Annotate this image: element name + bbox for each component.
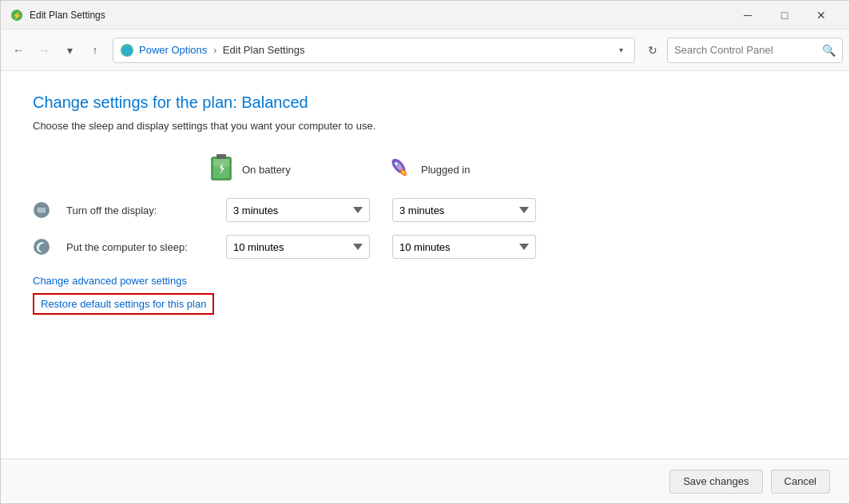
close-button[interactable]: ✕ xyxy=(803,1,840,30)
breadcrumb-power-options[interactable]: Power Options xyxy=(139,44,207,56)
svg-rect-14 xyxy=(37,207,46,213)
minimize-button[interactable]: ─ xyxy=(729,1,766,30)
toolbar: ← → ▾ ↑ 🌐 Power Options › Edit Plan Sett… xyxy=(1,30,849,71)
breadcrumb-separator: › xyxy=(213,44,216,56)
svg-rect-15 xyxy=(39,213,44,215)
back-button[interactable]: ← xyxy=(7,39,30,62)
display-setting-row: Turn off the display: 1 minute 2 minutes… xyxy=(33,198,817,222)
restore-defaults-link-wrapper: Restore default settings for this plan xyxy=(33,293,214,315)
display-selects: 1 minute 2 minutes 3 minutes 5 minutes 1… xyxy=(226,198,536,222)
window-controls: ─ □ ✕ xyxy=(729,1,840,30)
settings-header: On battery Plugged in xyxy=(209,151,817,189)
save-changes-button[interactable]: Save changes xyxy=(669,470,762,494)
display-label: Turn off the display: xyxy=(66,204,210,216)
display-battery-select[interactable]: 1 minute 2 minutes 3 minutes 5 minutes 1… xyxy=(226,198,370,222)
search-bar: 🔍 xyxy=(667,38,843,63)
page-title: Change settings for the plan: Balanced xyxy=(33,93,817,112)
sleep-plugged-select[interactable]: 1 minute 2 minutes 3 minutes 5 minutes 1… xyxy=(392,235,536,259)
sleep-setting-row: Put the computer to sleep: 1 minute 2 mi… xyxy=(33,235,817,259)
search-input[interactable] xyxy=(674,44,822,56)
svg-text:⚡: ⚡ xyxy=(12,10,22,21)
col-battery-header: On battery xyxy=(209,151,304,189)
titlebar: ⚡ Edit Plan Settings ─ □ ✕ xyxy=(1,1,849,30)
footer: Save changes Cancel xyxy=(1,458,849,503)
svg-text:🌐: 🌐 xyxy=(122,46,133,56)
col-battery-label: On battery xyxy=(242,164,291,176)
recent-button[interactable]: ▾ xyxy=(58,39,81,62)
breadcrumb-current: Edit Plan Settings xyxy=(223,44,305,56)
main-window: ⚡ Edit Plan Settings ─ □ ✕ ← → ▾ ↑ 🌐 Pow… xyxy=(0,0,850,504)
col-plugged-header: Plugged in xyxy=(384,155,480,185)
sleep-icon xyxy=(33,238,50,256)
display-plugged-select[interactable]: 1 minute 2 minutes 3 minutes 5 minutes 1… xyxy=(392,198,536,222)
refresh-button[interactable]: ↻ xyxy=(641,39,664,62)
battery-icon xyxy=(209,151,234,189)
breadcrumb: Power Options › Edit Plan Settings xyxy=(139,44,609,56)
window-icon: ⚡ xyxy=(10,9,23,22)
sleep-battery-select[interactable]: 1 minute 2 minutes 3 minutes 5 minutes 1… xyxy=(226,235,370,259)
address-bar: 🌐 Power Options › Edit Plan Settings ▾ xyxy=(113,38,635,63)
window-title: Edit Plan Settings xyxy=(30,10,729,21)
restore-defaults-link[interactable]: Restore default settings for this plan xyxy=(41,298,206,310)
plugged-icon xyxy=(384,155,413,185)
forward-button[interactable]: → xyxy=(33,39,55,62)
display-icon xyxy=(33,201,50,219)
links-section: Change advanced power settings Restore d… xyxy=(33,275,817,315)
advanced-power-link[interactable]: Change advanced power settings xyxy=(33,275,817,287)
address-icon: 🌐 xyxy=(120,43,134,58)
address-dropdown-button[interactable]: ▾ xyxy=(614,43,628,58)
page-subtitle: Choose the sleep and display settings th… xyxy=(33,120,817,132)
svg-point-16 xyxy=(34,239,50,255)
search-icon: 🔍 xyxy=(822,44,836,57)
col-plugged-label: Plugged in xyxy=(421,164,470,176)
content-area: Change settings for the plan: Balanced C… xyxy=(1,71,849,458)
maximize-button[interactable]: □ xyxy=(766,1,803,30)
svg-rect-5 xyxy=(216,154,226,159)
sleep-selects: 1 minute 2 minutes 3 minutes 5 minutes 1… xyxy=(226,235,536,259)
up-button[interactable]: ↑ xyxy=(84,39,106,62)
cancel-button[interactable]: Cancel xyxy=(771,470,830,494)
sleep-label: Put the computer to sleep: xyxy=(66,241,210,253)
